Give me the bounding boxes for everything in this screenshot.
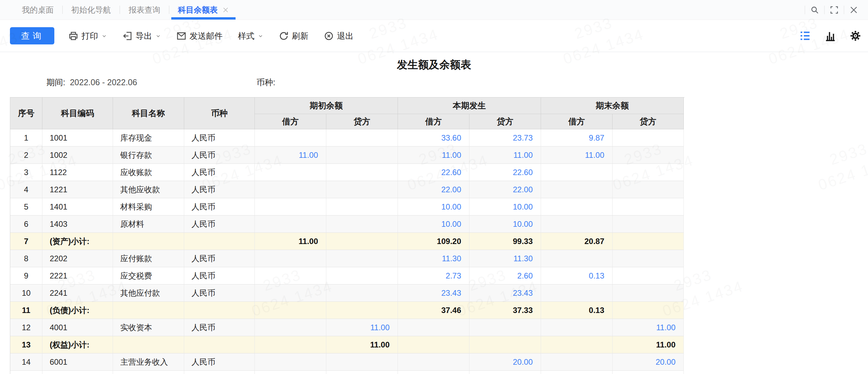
tab-3[interactable]: 报表查询 — [120, 0, 169, 20]
cell-current-debit[interactable]: 10.00 — [398, 198, 469, 215]
cell-current-credit[interactable]: 11.00 — [469, 147, 541, 164]
cell-ending-credit[interactable]: 11.00 — [613, 319, 684, 336]
cell-current-credit[interactable]: 22.00 — [469, 181, 541, 198]
gear-icon[interactable] — [849, 30, 861, 42]
cell-name: 主营业务收入 — [113, 353, 184, 371]
cell-ending-debit[interactable]: 11.00 — [541, 147, 613, 164]
cell-currency: 人民币 — [184, 129, 255, 147]
toolbar-item-5[interactable]: 刷新 — [279, 30, 308, 41]
cell-current-credit[interactable]: 11.30 — [469, 250, 541, 267]
cell-opening-debit — [255, 302, 326, 319]
cell-current-debit[interactable]: 11.30 — [398, 250, 469, 267]
cell-opening-credit — [326, 371, 398, 374]
printer-icon — [68, 31, 79, 41]
cell-seq: 10 — [10, 285, 42, 302]
toolbar-item-4[interactable]: 样式 — [238, 30, 264, 41]
col-header-currency: 币种 — [184, 97, 255, 129]
cell-name: 原材料 — [113, 215, 184, 233]
cell-current-debit[interactable]: 10.00 — [398, 215, 469, 233]
table-row: 11001库存现金人民币33.6023.739.87 — [10, 129, 684, 147]
cell-opening-debit — [255, 129, 326, 147]
cell-name: 库存现金 — [113, 129, 184, 147]
cell-current-debit[interactable]: 23.43 — [398, 285, 469, 302]
table-row: 124001实收资本人民币11.0011.00 — [10, 319, 684, 336]
mail-icon — [176, 31, 187, 41]
cell-code: (权益)小计: — [42, 336, 113, 353]
cell-ending-debit — [541, 215, 613, 233]
cell-ending-debit — [541, 353, 613, 371]
toolbar: 查询 打印导出发送邮件样式刷新退出 — [0, 20, 868, 52]
refresh-icon — [279, 31, 289, 41]
cell-currency: 人民币 — [184, 181, 255, 198]
cell-current-debit — [398, 336, 469, 353]
cell-opening-credit — [326, 181, 398, 198]
tab-2[interactable]: 初始化导航 — [63, 0, 120, 20]
cell-ending-credit[interactable]: 20.00 — [613, 353, 684, 371]
tab-label: 报表查询 — [128, 5, 160, 15]
cell-current-debit[interactable]: 22.60 — [398, 164, 469, 181]
toolbar-item-label: 导出 — [135, 30, 152, 41]
toolbar-item-6[interactable]: 退出 — [324, 30, 353, 41]
table-row: 7(资产)小计:11.00109.2099.3320.87 — [10, 233, 684, 250]
cell-opening-credit — [326, 353, 398, 371]
table-header: 序号 科目编码 科目名称 币种 期初余额 本期发生 期末余额 借方 贷方 借方 … — [10, 97, 684, 129]
close-icon[interactable] — [844, 0, 863, 20]
tab-4[interactable]: 科目余额表 — [169, 0, 238, 20]
toolbar-item-label: 样式 — [238, 30, 254, 41]
search-icon[interactable] — [805, 0, 824, 20]
cell-ending-debit[interactable]: 9.87 — [541, 129, 613, 147]
cell-current-credit[interactable]: 10.00 — [469, 215, 541, 233]
cell-current-debit[interactable]: 33.60 — [398, 129, 469, 147]
cell-current-credit — [469, 319, 541, 336]
cell-current-debit[interactable]: 2.73 — [398, 267, 469, 285]
cell-current-credit[interactable]: 23.73 — [469, 129, 541, 147]
cell-opening-credit — [326, 302, 398, 319]
cell-code: 2202 — [42, 250, 113, 267]
list-view-icon[interactable] — [799, 30, 811, 42]
cell-current-credit[interactable]: 20.00 — [469, 353, 541, 371]
cell-code: 2221 — [42, 267, 113, 285]
cell-current-credit[interactable]: 23.43 — [469, 285, 541, 302]
table-row: 31122应收账款人民币22.6022.60 — [10, 164, 684, 181]
cell-opening-debit — [255, 181, 326, 198]
cell-ending-debit — [541, 198, 613, 215]
tab-1[interactable]: 我的桌面 — [13, 0, 62, 20]
cell-ending-debit[interactable]: 0.13 — [541, 267, 613, 285]
cell-currency: 人民币 — [184, 285, 255, 302]
cell-code: 6001 — [42, 353, 113, 371]
cell-seq: 7 — [10, 233, 42, 250]
cell-current-debit — [398, 371, 469, 374]
cell-current-credit[interactable]: 22.60 — [469, 164, 541, 181]
watermark-text: 29330624 1434 — [827, 130, 868, 190]
cell-opening-debit: 11.00 — [255, 233, 326, 250]
cell-seq: 11 — [10, 302, 42, 319]
cell-opening-debit[interactable]: 11.00 — [255, 147, 326, 164]
cell-code — [42, 371, 113, 374]
cell-current-credit[interactable]: 2.60 — [469, 267, 541, 285]
table-row: 11(负债)小计:37.4637.330.13 — [10, 302, 684, 319]
table-row: 41221其他应收款人民币22.0022.00 — [10, 181, 684, 198]
cell-ending-credit — [613, 285, 684, 302]
toolbar-item-1[interactable]: 打印 — [68, 30, 107, 41]
toolbar-item-3[interactable]: 发送邮件 — [176, 30, 223, 41]
cell-currency: 人民币 — [184, 353, 255, 371]
cell-ending-debit: 20.87 — [541, 233, 613, 250]
tab-close-icon[interactable] — [222, 7, 229, 13]
cell-current-debit[interactable]: 22.00 — [398, 181, 469, 198]
table-row: 13(权益)小计:11.0011.00 — [10, 336, 684, 353]
cell-ending-credit — [613, 371, 684, 374]
toolbar-item-2[interactable]: 导出 — [122, 30, 161, 41]
cell-currency: 人民币 — [184, 215, 255, 233]
col-header-ending-credit: 贷方 — [613, 114, 684, 129]
fullscreen-icon[interactable] — [825, 0, 844, 20]
cell-name: 材料采购 — [113, 198, 184, 215]
toolbar-item-label: 打印 — [82, 30, 98, 41]
cell-current-credit: 37.33 — [469, 302, 541, 319]
cell-current-credit[interactable]: 10.00 — [469, 198, 541, 215]
cell-seq: 8 — [10, 250, 42, 267]
cell-opening-credit[interactable]: 11.00 — [326, 319, 398, 336]
query-button[interactable]: 查询 — [10, 27, 54, 45]
cell-seq: 9 — [10, 267, 42, 285]
bar-chart-icon[interactable] — [824, 30, 836, 42]
cell-current-debit[interactable]: 11.00 — [398, 147, 469, 164]
